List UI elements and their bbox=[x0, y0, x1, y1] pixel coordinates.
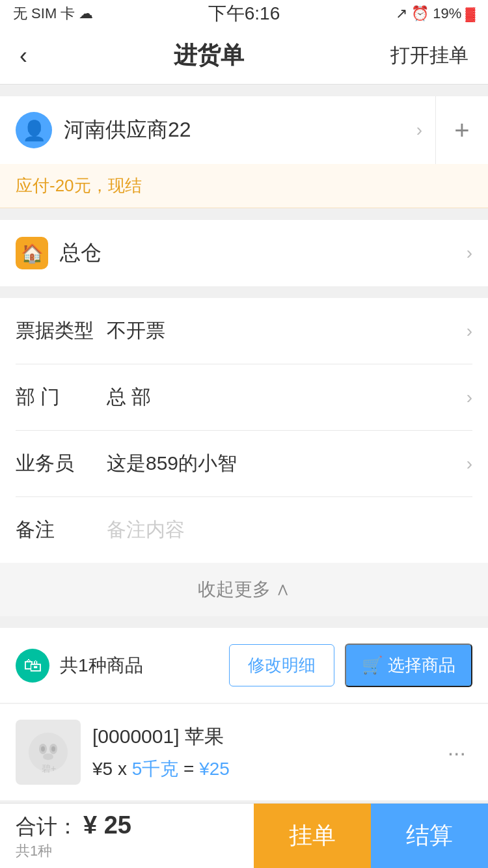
open-hang-button[interactable]: 打开挂单 bbox=[390, 42, 468, 69]
chevron-right-icon: › bbox=[467, 387, 472, 408]
quantity: 5千克 bbox=[132, 759, 179, 779]
status-time: 下午6:16 bbox=[208, 1, 280, 26]
hang-button[interactable]: 挂单 bbox=[254, 804, 371, 868]
collapse-bar[interactable]: 收起更多 ∧ bbox=[0, 563, 488, 616]
warehouse-icon: 🏠 bbox=[21, 243, 44, 264]
status-left: 无 SIM 卡 ☁ bbox=[13, 4, 93, 23]
remark-row[interactable]: 备注 备注内容 bbox=[0, 497, 488, 563]
add-supplier-button[interactable]: + bbox=[436, 96, 488, 164]
nav-bar: ‹ 进货单 打开挂单 bbox=[0, 27, 488, 85]
product-price: ¥5 x 5千克 = ¥25 bbox=[92, 757, 429, 781]
supplier-avatar: 👤 bbox=[16, 112, 52, 148]
invoice-type-row[interactable]: 票据类型 不开票 › bbox=[0, 298, 488, 364]
total-sub: 共1种 bbox=[16, 841, 238, 861]
svg-point-4 bbox=[51, 746, 55, 752]
chevron-right-icon: › bbox=[467, 454, 472, 474]
remark-label: 备注 bbox=[16, 517, 107, 543]
modify-detail-button[interactable]: 修改明细 bbox=[229, 644, 334, 686]
remark-placeholder: 备注内容 bbox=[107, 517, 472, 543]
divider-1 bbox=[0, 85, 488, 96]
warehouse-name: 总仓 bbox=[60, 239, 467, 267]
department-label: 部 门 bbox=[16, 384, 107, 411]
battery-text: 19% bbox=[433, 5, 461, 22]
bottom-bar: 合计： ¥ 25 共1种 挂单 结算 bbox=[0, 803, 488, 868]
avatar-icon: 👤 bbox=[22, 119, 46, 142]
divider-2 bbox=[0, 208, 488, 220]
back-button[interactable]: ‹ bbox=[20, 42, 27, 70]
department-row[interactable]: 部 门 总 部 › bbox=[0, 364, 488, 430]
salesperson-row[interactable]: 业务员 这是859的小智 › bbox=[0, 431, 488, 496]
select-product-label: 选择商品 bbox=[388, 654, 455, 677]
location-icon: ↗ bbox=[396, 5, 407, 22]
svg-text:碧+: 碧+ bbox=[42, 763, 56, 774]
invoice-type-label: 票据类型 bbox=[16, 318, 107, 344]
status-bar: 无 SIM 卡 ☁ 下午6:16 ↗ ⏰ 19% ▓ bbox=[0, 0, 488, 27]
supplier-main[interactable]: 👤 河南供应商22 › bbox=[0, 96, 436, 164]
line-total: ¥25 bbox=[199, 759, 230, 779]
bag-icon: 🛍 bbox=[23, 655, 42, 676]
battery-icon: ▓ bbox=[465, 7, 475, 21]
status-right: ↗ ⏰ 19% ▓ bbox=[396, 5, 475, 22]
supplier-section: 👤 河南供应商22 › + bbox=[0, 96, 488, 164]
checkout-button[interactable]: 结算 bbox=[371, 804, 488, 868]
svg-point-5 bbox=[43, 753, 53, 760]
page-title: 进货单 bbox=[174, 40, 244, 72]
svg-point-3 bbox=[41, 746, 45, 752]
unit-price: ¥5 bbox=[92, 759, 113, 779]
sim-text: 无 SIM 卡 ☁ bbox=[13, 4, 93, 23]
product-more-button[interactable]: ··· bbox=[441, 733, 472, 772]
products-header: 🛍 共1种商品 修改明细 🛒 选择商品 bbox=[0, 628, 488, 703]
department-value: 总 部 bbox=[107, 384, 467, 411]
form-section: 票据类型 不开票 › 部 门 总 部 › 业务员 这是859的小智 › 备注 备… bbox=[0, 298, 488, 563]
warehouse-icon-bg: 🏠 bbox=[16, 237, 48, 269]
salesperson-value: 这是859的小智 bbox=[107, 450, 467, 477]
alarm-icon: ⏰ bbox=[411, 5, 429, 22]
salesperson-label: 业务员 bbox=[16, 450, 107, 477]
multiply-symbol: x bbox=[118, 759, 132, 779]
chevron-right-icon: › bbox=[416, 120, 422, 141]
supplier-name: 河南供应商22 bbox=[64, 116, 416, 144]
invoice-type-value: 不开票 bbox=[107, 318, 467, 344]
product-thumbnail: 碧+ bbox=[16, 720, 81, 785]
divider-3 bbox=[0, 286, 488, 298]
products-icon: 🛍 bbox=[16, 649, 49, 683]
select-product-button[interactable]: 🛒 选择商品 bbox=[345, 644, 472, 687]
total-section: 合计： ¥ 25 共1种 bbox=[0, 804, 254, 868]
product-thumb-icon: 碧+ bbox=[25, 729, 71, 775]
products-count: 共1种商品 bbox=[60, 653, 219, 678]
total-main: 合计： ¥ 25 bbox=[16, 811, 238, 841]
product-item: 碧+ [0000001] 苹果 ¥5 x 5千克 = ¥25 ··· bbox=[0, 704, 488, 800]
total-amount: ¥ 25 bbox=[83, 811, 131, 839]
cart-icon: 🛒 bbox=[362, 655, 383, 675]
notice-bar: 应付-20元，现结 bbox=[0, 164, 488, 208]
product-info: [0000001] 苹果 ¥5 x 5千克 = ¥25 bbox=[92, 724, 429, 781]
product-name: [0000001] 苹果 bbox=[92, 724, 429, 750]
equals-symbol: = bbox=[183, 759, 199, 779]
total-label: 合计： bbox=[16, 813, 78, 841]
warehouse-section[interactable]: 🏠 总仓 › bbox=[0, 220, 488, 286]
chevron-right-icon: › bbox=[467, 243, 472, 264]
chevron-right-icon: › bbox=[467, 321, 472, 342]
